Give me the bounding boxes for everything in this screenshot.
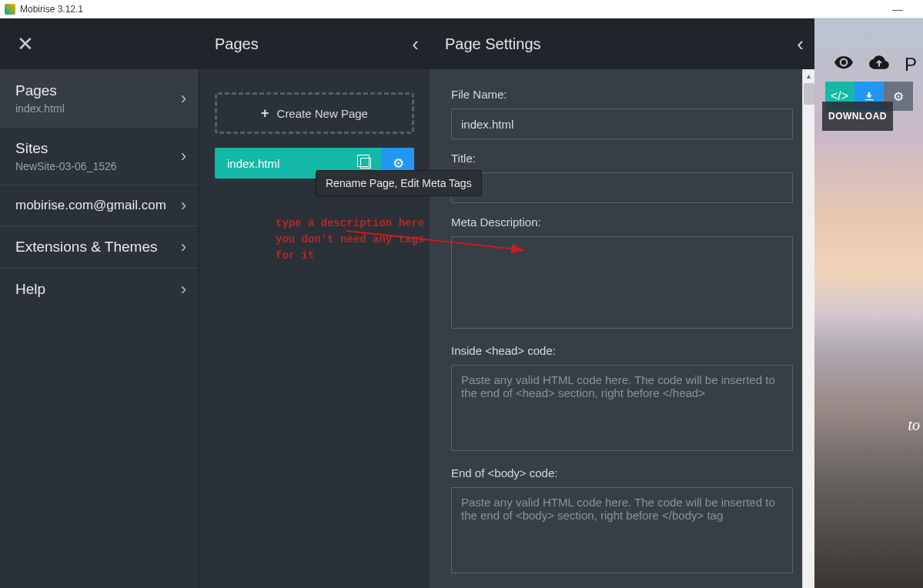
preview-text-fragment: to (908, 416, 920, 434)
main-sidebar: ✕ Pages index.html › Sites NewSite-03-06… (0, 18, 199, 588)
sidebar-item-sites[interactable]: Sites NewSite-03-06_1526 › (0, 127, 199, 185)
sidebar-item-pages[interactable]: Pages index.html › (0, 69, 199, 127)
file-name-label: File Name: (451, 88, 793, 101)
sidebar-item-help[interactable]: Help › (0, 268, 199, 310)
sidebar-item-label: mobirise.com@gmail.com (15, 198, 183, 213)
body-code-label: End of <body> code: (451, 466, 793, 479)
file-name-input[interactable] (451, 109, 793, 139)
letter-p-icon: P (905, 54, 917, 75)
settings-panel-header: Page Settings ‹ (430, 18, 814, 69)
minimize-button[interactable]: — (892, 3, 903, 15)
sidebar-item-sublabel: NewSite-03-06_1526 (15, 160, 183, 172)
chevron-right-icon: › (181, 89, 186, 109)
plus-icon: + (261, 105, 269, 122)
head-code-label: Inside <head> code: (451, 344, 793, 357)
settings-body: File Name: Title: Meta Description: Insi… (430, 69, 814, 588)
sidebar-item-label: Pages (15, 82, 183, 99)
scrollbar-track[interactable]: ▴ (802, 69, 814, 588)
chevron-right-icon: › (181, 146, 186, 166)
annotation-text: type a description here you don't need a… (276, 215, 424, 264)
sidebar-item-label: Help (15, 281, 183, 298)
title-input[interactable] (451, 172, 793, 203)
pages-panel-title: Pages (215, 35, 259, 53)
chevron-right-icon: › (181, 195, 186, 215)
copy-icon (360, 158, 371, 169)
preview-eye-icon[interactable] (834, 52, 854, 77)
pages-panel-header: Pages ‹ (199, 18, 430, 69)
settings-panel-title: Page Settings (445, 35, 541, 53)
create-new-page-label: Create New Page (277, 107, 368, 120)
pages-panel: Pages ‹ + Create New Page index.html ⚙ (199, 18, 430, 588)
page-name: index.html (215, 157, 349, 170)
sidebar-item-account[interactable]: mobirise.com@gmail.com › (0, 185, 199, 226)
gear-icon: ⚙ (393, 155, 404, 172)
sidebar-item-sublabel: index.html (15, 102, 183, 115)
meta-description-input[interactable] (451, 236, 793, 329)
title-label: Title: (451, 152, 793, 165)
back-chevron-icon[interactable]: ‹ (412, 32, 419, 56)
scroll-up-icon[interactable]: ▴ (803, 69, 814, 82)
preview-pane: </> ⚙ DOWNLOAD to (814, 18, 923, 588)
sidebar-item-label: Extensions & Themes (15, 239, 183, 256)
close-icon[interactable]: ✕ (17, 32, 34, 56)
sidebar-close-row: ✕ (0, 18, 199, 69)
head-code-input[interactable] (451, 365, 793, 451)
page-settings-panel: Page Settings ‹ File Name: Title: Meta D… (430, 18, 814, 588)
chevron-right-icon: › (181, 279, 186, 299)
sidebar-item-extensions[interactable]: Extensions & Themes › (0, 226, 199, 268)
window-title: Mobirise 3.12.1 (20, 4, 83, 15)
top-right-toolbar: P (815, 42, 923, 88)
chevron-right-icon: › (181, 237, 186, 257)
scrollbar-thumb[interactable] (804, 83, 814, 105)
download-icon (863, 90, 875, 102)
app-icon (5, 4, 15, 15)
publish-cloud-icon[interactable] (869, 52, 889, 77)
window-titlebar: Mobirise 3.12.1 — (0, 0, 923, 18)
sidebar-item-label: Sites (15, 140, 183, 157)
download-label: DOWNLOAD (822, 102, 893, 131)
body-code-input[interactable] (451, 487, 793, 573)
meta-description-label: Meta Description: (451, 215, 793, 229)
gear-icon: ⚙ (893, 89, 904, 104)
create-new-page-button[interactable]: + Create New Page (215, 92, 414, 134)
page-settings-tooltip: Rename Page, Edit Meta Tags (316, 170, 482, 196)
back-chevron-icon[interactable]: ‹ (797, 32, 804, 56)
